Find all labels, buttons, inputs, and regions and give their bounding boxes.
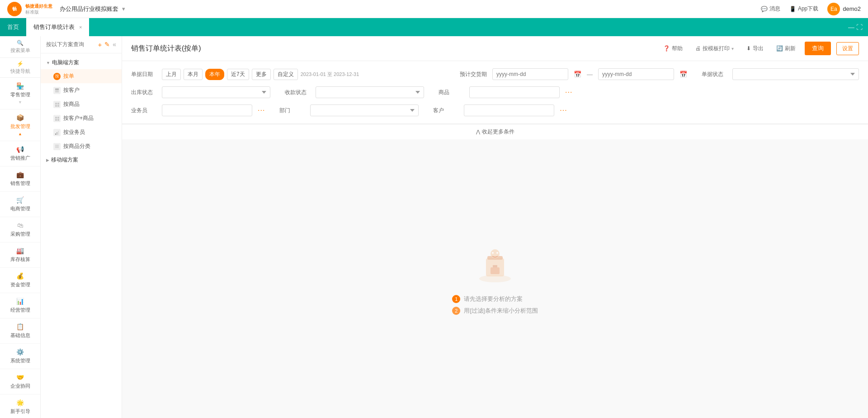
customer-more-icon[interactable]: ··· [560, 106, 567, 114]
download-icon: 📱 [789, 6, 796, 12]
finance-icon: 💰 [16, 272, 24, 280]
sidebar-quick-nav-label: 快捷导航 [0, 68, 40, 75]
sidebar-quick-nav[interactable]: ⚡ 快捷导航 [0, 58, 40, 78]
customer-input[interactable] [464, 104, 554, 116]
sidebar-item-sales[interactable]: 💼 销售管理 [0, 166, 40, 192]
product-more-icon[interactable]: ··· [565, 88, 572, 96]
app-download-btn[interactable]: 📱 App下载 [789, 5, 818, 13]
refresh-icon: 🔄 [776, 45, 783, 52]
triangle-right-icon: ▶ [46, 158, 49, 162]
window-max-icon[interactable]: ⛶ [856, 24, 863, 31]
scheme-by-product[interactable]: 按商品 [41, 97, 122, 111]
scheme-by-customer[interactable]: 按客户 [41, 83, 122, 97]
dept-select[interactable] [310, 104, 419, 116]
sidebar-item-finance[interactable]: 💰 资金管理 [0, 268, 40, 293]
sidebar-item-basic[interactable]: 📋 基础信息 [0, 318, 40, 344]
sidebar-item-system[interactable]: ⚙️ 系统管理 [0, 344, 40, 369]
filter-row-2: 出库状态 收款状态 商品 ··· [131, 86, 859, 98]
custom-btn[interactable]: 自定义 [274, 69, 298, 80]
help-btn[interactable]: ❓ 帮助 [660, 43, 686, 54]
out-status-label: 出库状态 [131, 89, 156, 96]
close-tab-icon[interactable]: × [79, 24, 82, 30]
sidebar-item-wholesale[interactable]: 📦 批发管理 ▲ [0, 109, 40, 141]
collapse-panel-icon[interactable]: « [113, 41, 116, 48]
expected-date-label: 预计交货期 [460, 71, 487, 78]
svg-rect-15 [55, 146, 59, 146]
export-icon: ⬇ [746, 45, 751, 52]
export-btn[interactable]: ⬇ 导出 [743, 43, 767, 54]
sidebar-item-purchase[interactable]: 🛍 采购管理 [0, 217, 40, 242]
print-btn[interactable]: 🖨 按模板打印 ▾ [692, 43, 737, 54]
salesman-more-icon[interactable]: ··· [258, 106, 265, 114]
sidebar-item-newbie[interactable]: 🌟 新手引导 [0, 394, 40, 418]
inventory-icon: 🏭 [16, 247, 24, 254]
svg-rect-13 [58, 131, 59, 135]
receipt-status-label: 收款状态 [285, 89, 310, 96]
refresh-btn[interactable]: 🔄 刷新 [773, 43, 799, 54]
calendar-end-icon[interactable]: 📅 [679, 71, 687, 78]
purchase-icon: 🛍 [17, 222, 24, 229]
product-input[interactable] [469, 86, 560, 98]
main-layout: 🔍 搜索菜单 ⚡ 快捷导航 🏪 零售管理 ▼ 📦 批发管理 ▲ 📢 营销推广 💼… [0, 36, 868, 418]
sidebar-item-inventory[interactable]: 🏭 库存核算 [0, 242, 40, 268]
svg-rect-25 [493, 265, 497, 267]
message-btn[interactable]: 💬 消息 [761, 5, 780, 13]
edit-scheme-icon[interactable]: ✎ [104, 41, 110, 48]
window-min-icon[interactable]: — [848, 24, 854, 31]
svg-rect-24 [491, 267, 500, 274]
collapse-filter-btn[interactable]: ⋀ 收起更多条件 [122, 124, 868, 139]
add-scheme-icon[interactable]: + [98, 41, 102, 48]
empty-state: 1 请先选择要分析的方案 2 用[过滤]条件来缩小分析范围 [122, 139, 868, 418]
marketing-icon: 📢 [16, 146, 24, 153]
date-label: 单据日期 [131, 71, 156, 78]
user-menu[interactable]: Ea demo2 [827, 3, 861, 15]
expected-date-start-input[interactable] [492, 68, 568, 80]
sidebar-item-ecom[interactable]: 🛒 电商管理 [0, 192, 40, 217]
more-btn[interactable]: 更多 [252, 69, 271, 80]
sidebar-item-retail[interactable]: 🏪 零售管理 ▼ [0, 78, 40, 109]
tab-home[interactable]: 首页 [0, 18, 26, 36]
expected-date-end-input[interactable] [598, 68, 674, 80]
scheme-by-cust-prod[interactable]: 按客户+商品 [41, 111, 122, 125]
receipt-status-select[interactable] [316, 86, 424, 98]
prev-month-btn[interactable]: 上月 [162, 69, 181, 80]
empty-tips: 1 请先选择要分析的方案 2 用[过滤]条件来缩小分析范围 [452, 295, 538, 315]
svg-rect-5 [55, 105, 57, 107]
sidebar-item-ops[interactable]: 📊 经营管理 [0, 293, 40, 318]
print-dropdown-icon: ▾ [731, 46, 734, 51]
chevron-down-icon: ▼ [18, 100, 22, 104]
query-button[interactable]: 查询 [805, 42, 831, 55]
brand-edition: 标准版 [25, 9, 52, 15]
chevron-up-icon: ▲ [18, 132, 22, 136]
sidebar-item-marketing[interactable]: 📢 营销推广 [0, 141, 40, 166]
app-title-dropdown-icon[interactable]: ▾ [122, 5, 125, 12]
page-header: 销售订单统计表(按单) ❓ 帮助 🖨 按模板打印 ▾ ⬇ 导出 [122, 36, 868, 61]
avatar: Ea [827, 3, 840, 15]
order-status-select[interactable] [732, 68, 859, 80]
scheme-by-salesman[interactable]: 按业务员 [41, 125, 122, 139]
print-icon: 🖨 [695, 45, 701, 52]
scheme-by-category[interactable]: 按商品分类 [41, 139, 122, 153]
calendar-start-icon[interactable]: 📅 [574, 71, 581, 78]
settings-button[interactable]: 设置 [836, 42, 859, 55]
cur-year-btn[interactable]: 本年 [205, 69, 224, 80]
customer-label: 客户 [433, 107, 458, 114]
scheme-by-order[interactable]: 按 按单 [41, 69, 122, 83]
svg-point-23 [496, 252, 498, 254]
scheme-group-mobile-header[interactable]: ▶ 移动端方案 [41, 153, 122, 166]
svg-point-22 [492, 252, 494, 254]
salesman-input[interactable] [162, 104, 252, 116]
out-status-select[interactable] [162, 86, 270, 98]
tab-sales-order-stats[interactable]: 销售订单统计表 × [26, 18, 89, 36]
nav-tabs: 首页 销售订单统计表 × — ⛶ [0, 18, 868, 36]
sidebar-item-corp[interactable]: 🤝 企业协同 [0, 369, 40, 394]
scheme-group-pc-header[interactable]: ▼ 电脑端方案 [41, 56, 122, 69]
cur-month-btn[interactable]: 本月 [184, 69, 203, 80]
sidebar-search[interactable]: 🔍 搜索菜单 [0, 36, 40, 58]
filter-row-3: 业务员 ··· 部门 客户 ··· [131, 104, 859, 116]
app-logo: 畅 [7, 2, 22, 16]
product-label: 商品 [439, 89, 464, 96]
7days-btn[interactable]: 近7天 [227, 69, 249, 80]
svg-rect-10 [57, 119, 59, 121]
sidebar: 🔍 搜索菜单 ⚡ 快捷导航 🏪 零售管理 ▼ 📦 批发管理 ▲ 📢 营销推广 💼… [0, 36, 41, 418]
